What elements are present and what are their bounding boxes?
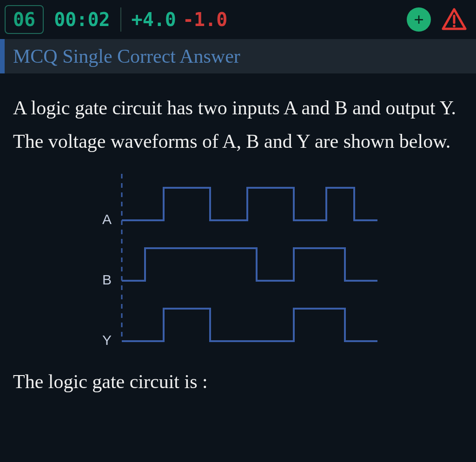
question-text: A logic gate circuit has two inputs A an…	[0, 73, 476, 163]
svg-point-1	[453, 25, 456, 27]
question-type-title: MCQ Single Correct Answer	[13, 45, 240, 67]
add-button[interactable]: +	[405, 6, 432, 33]
waveform-diagram: A B Y	[94, 174, 382, 352]
question-tail: The logic gate circuit is :	[0, 361, 476, 398]
waveform-svg: A B Y	[94, 174, 382, 350]
waveform-a	[122, 188, 377, 220]
waveform-label-y: Y	[102, 332, 112, 348]
vertical-separator	[120, 7, 121, 32]
positive-marks: +4.0	[132, 9, 176, 30]
top-bar: 06 00:02 +4.0 -1.0 +	[0, 0, 476, 39]
waveform-label-b: B	[102, 272, 112, 287]
waveform-b	[122, 248, 377, 281]
alert-icon	[441, 7, 467, 33]
alert-button[interactable]	[441, 6, 468, 33]
question-number-badge: 06	[5, 5, 44, 34]
section-accent	[0, 39, 5, 73]
negative-marks: -1.0	[183, 9, 227, 30]
timer: 00:02	[54, 9, 110, 30]
question-type-bar: MCQ Single Correct Answer	[0, 39, 476, 73]
waveform-label-a: A	[102, 211, 112, 227]
plus-icon: +	[407, 7, 431, 32]
timer-and-marks: 00:02 +4.0 -1.0	[54, 7, 227, 32]
waveform-y	[122, 309, 377, 341]
